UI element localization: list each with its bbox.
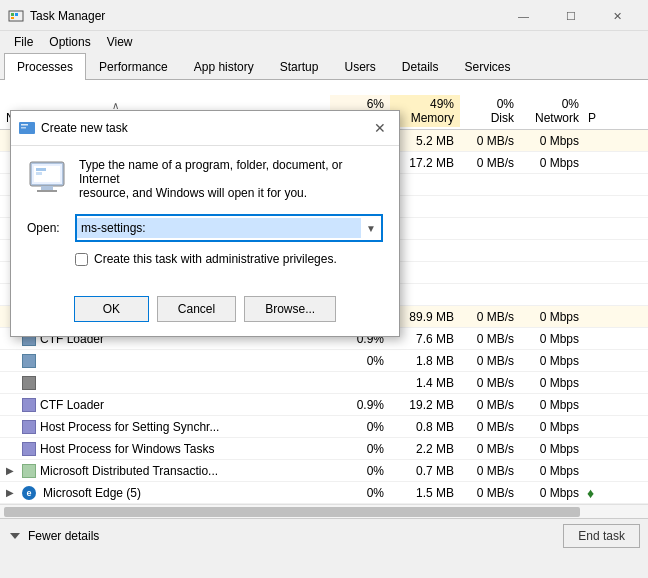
fewer-details-label: Fewer details — [28, 529, 99, 543]
end-task-button[interactable]: End task — [563, 524, 640, 548]
row-status — [230, 492, 330, 494]
table-row-14mb[interactable]: 1.4 MB 0 MB/s 0 Mbps — [0, 372, 648, 394]
row-net: 0 Mbps — [520, 419, 585, 435]
row-name-host-setting: Host Process for Setting Synchr... — [0, 419, 230, 435]
open-input-wrap: ▼ — [75, 214, 383, 242]
create-task-dialog: Create new task ✕ Type the nam — [10, 110, 400, 337]
row-net: 0 Mbps — [520, 375, 585, 391]
admin-checkbox[interactable] — [75, 253, 88, 266]
dialog-body: Type the name of a program, folder, docu… — [11, 146, 399, 288]
row-net: 0 Mbps — [520, 133, 585, 149]
svg-rect-9 — [41, 186, 53, 190]
row-cpu — [330, 382, 390, 384]
dropdown-button[interactable]: ▼ — [361, 216, 381, 240]
dialog-icon — [19, 120, 35, 136]
svg-rect-5 — [21, 124, 28, 126]
row-name-ms-distrib: ▶ Microsoft Distributed Transactio... — [0, 463, 230, 479]
row-cpu: 0% — [330, 441, 390, 457]
menu-file[interactable]: File — [6, 33, 41, 51]
expand-icon[interactable]: ▶ — [6, 465, 18, 476]
svg-rect-10 — [37, 190, 57, 192]
minimize-button[interactable]: — — [501, 6, 546, 26]
dialog-titlebar: Create new task ✕ — [11, 111, 399, 146]
scroll-thumb — [4, 507, 580, 517]
menu-view[interactable]: View — [99, 33, 141, 51]
row-disk: 0 MB/s — [460, 441, 520, 457]
browse-button[interactable]: Browse... — [244, 296, 336, 322]
bottom-bar: Fewer details End task — [0, 518, 648, 552]
row-net: 0 Mbps — [520, 353, 585, 369]
row-p — [585, 448, 605, 450]
admin-checkbox-label[interactable]: Create this task with administrative pri… — [94, 252, 337, 266]
dialog-close-button[interactable]: ✕ — [369, 117, 391, 139]
tab-details[interactable]: Details — [389, 53, 452, 80]
svg-rect-1 — [11, 13, 14, 16]
row-disk: 0 MB/s — [460, 353, 520, 369]
process-icon-distrib — [22, 464, 36, 478]
tab-processes[interactable]: Processes — [4, 53, 86, 80]
row-mem: 7.6 MB — [390, 331, 460, 347]
tab-users[interactable]: Users — [331, 53, 388, 80]
dialog-title: Create new task — [19, 120, 128, 136]
row-disk: 0 MB/s — [460, 331, 520, 347]
table-row-ms-edge[interactable]: ▶ e Microsoft Edge (5) 0% 1.5 MB 0 MB/s … — [0, 482, 648, 504]
dialog-icon-row: Type the name of a program, folder, docu… — [27, 158, 383, 200]
row-cpu: 0.9% — [330, 397, 390, 413]
svg-rect-12 — [36, 168, 46, 171]
row-mem: 2.2 MB — [390, 441, 460, 457]
row-p — [585, 360, 605, 362]
open-label: Open: — [27, 221, 67, 235]
row-disk: 0 MB/s — [460, 419, 520, 435]
table-row-18mb[interactable]: 0% 1.8 MB 0 MB/s 0 Mbps — [0, 350, 648, 372]
row-cpu: 0% — [330, 485, 390, 501]
dialog-description: Type the name of a program, folder, docu… — [79, 158, 383, 200]
row-p — [585, 338, 605, 340]
col-header-p: P — [585, 109, 605, 127]
open-input[interactable] — [77, 218, 361, 238]
process-icon-14mb — [22, 376, 36, 390]
fewer-details-icon — [8, 529, 22, 543]
dialog-buttons: OK Cancel Browse... — [11, 288, 399, 336]
title-bar: Task Manager — ☐ ✕ — [0, 0, 648, 31]
row-p — [585, 162, 605, 164]
table-row-ms-distrib[interactable]: ▶ Microsoft Distributed Transactio... 0%… — [0, 460, 648, 482]
table-row-host-tasks[interactable]: Host Process for Windows Tasks 0% 2.2 MB… — [0, 438, 648, 460]
tab-startup[interactable]: Startup — [267, 53, 332, 80]
scroll-track — [4, 507, 644, 517]
row-net: 0 Mbps — [520, 155, 585, 171]
svg-rect-2 — [15, 13, 18, 16]
row-mem: 1.8 MB — [390, 353, 460, 369]
tab-bar: Processes Performance App history Startu… — [0, 53, 648, 80]
row-status — [230, 426, 330, 428]
tab-services[interactable]: Services — [452, 53, 524, 80]
row-name-18mb — [0, 353, 230, 369]
row-net: 0 Mbps — [520, 463, 585, 479]
app-icon — [8, 8, 24, 24]
tab-app-history[interactable]: App history — [181, 53, 267, 80]
col-header-memory[interactable]: 49% Memory — [390, 95, 460, 127]
row-cpu: 0% — [330, 463, 390, 479]
table-row-host-setting[interactable]: Host Process for Setting Synchr... 0% 0.… — [0, 416, 648, 438]
table-row-ctf2[interactable]: CTF Loader 0.9% 19.2 MB 0 MB/s 0 Mbps — [0, 394, 648, 416]
col-header-disk[interactable]: 0% Disk — [460, 95, 520, 127]
row-status — [230, 360, 330, 362]
ok-button[interactable]: OK — [74, 296, 149, 322]
menu-options[interactable]: Options — [41, 33, 98, 51]
row-mem: 0.8 MB — [390, 419, 460, 435]
col-header-network[interactable]: 0% Network — [520, 95, 585, 127]
row-status — [230, 338, 330, 340]
row-mem bg-mem-med: 19.2 MB — [390, 397, 460, 413]
row-mem: 89.9 MB — [390, 309, 460, 325]
row-disk: 0 MB/s — [460, 375, 520, 391]
cancel-button[interactable]: Cancel — [157, 296, 236, 322]
maximize-button[interactable]: ☐ — [548, 6, 593, 26]
close-button[interactable]: ✕ — [595, 6, 640, 26]
row-disk: 0 MB/s — [460, 309, 520, 325]
row-status — [230, 470, 330, 472]
expand-icon[interactable]: ▶ — [6, 487, 18, 498]
app-title: Task Manager — [30, 9, 105, 23]
tab-performance[interactable]: Performance — [86, 53, 181, 80]
process-icon-tasks — [22, 442, 36, 456]
fewer-details-button[interactable]: Fewer details — [8, 529, 99, 543]
horizontal-scrollbar[interactable] — [0, 504, 648, 518]
